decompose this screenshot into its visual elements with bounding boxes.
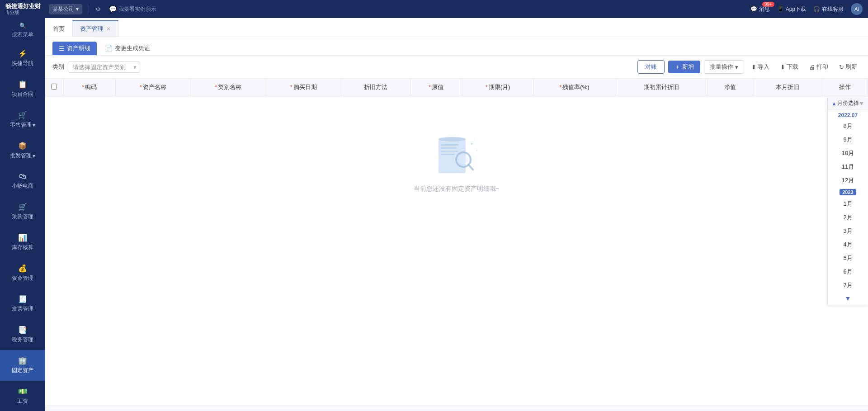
svg-point-7 — [458, 155, 468, 165]
month-panel-up-icon[interactable]: ▲ — [831, 100, 837, 107]
svg-text:✦: ✦ — [476, 149, 478, 152]
fixed-assets-icon: 🏢 — [18, 356, 27, 365]
col-period: *期限(月) — [462, 79, 533, 96]
col-residual-rate: *残值率(%) — [533, 79, 615, 96]
month-panel: ▲ 月份选择 ▼ 2022.07 8月 9月 10月 11月 12月 — [827, 98, 868, 305]
lightning-icon: ⚡ — [18, 49, 27, 58]
svg-rect-1 — [441, 144, 459, 146]
ecommerce-icon: 🛍 — [19, 172, 26, 180]
tab-asset-management[interactable]: 资产管理 ✕ — [72, 20, 118, 37]
sub-tab-change-voucher[interactable]: 📄 变更生成凭证 — [99, 42, 156, 55]
month-item-11[interactable]: 11月 — [828, 160, 868, 174]
sidebar-item-project[interactable]: 📋 项目合同 — [0, 74, 45, 104]
refresh-button[interactable]: ↻ 刷新 — [835, 61, 861, 73]
month-panel-header: ▲ 月份选择 ▼ — [828, 98, 868, 109]
assets-table: *编码 *资产名称 *类别名称 *购买日期 折旧方法 *原值 *期限(月) *残… — [45, 79, 868, 229]
month-panel-bottom-down-icon[interactable]: ▼ — [845, 295, 851, 302]
batch-button[interactable]: 批量操作 ▾ — [704, 60, 744, 74]
service-icon: 🎧 — [813, 6, 820, 12]
checkbox-header[interactable] — [45, 79, 63, 96]
tax-icon: 📑 — [18, 326, 27, 334]
retail-icon: 🛒 — [18, 111, 27, 119]
sidebar-item-purchase[interactable]: 🛒 采购管理 — [0, 196, 45, 227]
sidebar: 🔍 搜索菜单 ⚡ 快捷导航 📋 项目合同 🛒 零售管理 ▾ 📦 批发管理 ▾ 🛍… — [0, 18, 45, 411]
select-all-checkbox[interactable] — [51, 84, 57, 90]
svg-text:✦: ✦ — [470, 142, 473, 146]
month-item-5[interactable]: 5月 — [828, 251, 868, 265]
sidebar-item-ecommerce[interactable]: 🛍 小畅电商 — [0, 166, 45, 196]
empty-illustration: ✦ ✦ ✦ — [429, 132, 484, 178]
month-list-2023: 1月 2月 3月 4月 5月 6月 7月 — [828, 197, 868, 292]
month-item-3[interactable]: 3月 — [828, 224, 868, 238]
year-2023-badge: 2023 — [840, 189, 856, 195]
col-monthly-depreciation: 本月折旧 — [753, 79, 822, 96]
tab-close-icon[interactable]: ✕ — [106, 26, 111, 32]
table-header-row: *编码 *资产名称 *类别名称 *购买日期 折旧方法 *原值 *期限(月) *残… — [45, 79, 868, 96]
month-item-7[interactable]: 7月 — [828, 279, 868, 292]
month-item-8[interactable]: 8月 — [828, 119, 868, 133]
app-download-btn[interactable]: 📱 App下载 — [777, 5, 806, 13]
sidebar-item-inventory[interactable]: 📊 库存核算 — [0, 227, 45, 258]
company-selector[interactable]: 某某公司 ▾ — [49, 4, 82, 14]
month-item-10[interactable]: 10月 — [828, 146, 868, 160]
main-layout: 🔍 搜索菜单 ⚡ 快捷导航 📋 项目合同 🛒 零售管理 ▾ 📦 批发管理 ▾ 🛍… — [0, 18, 868, 411]
month-item-6[interactable]: 6月 — [828, 265, 868, 279]
arrow-icon: ▾ — [33, 122, 35, 128]
bottom-scroll-bar[interactable] — [45, 406, 868, 411]
gear-icon[interactable]: ⚙ — [95, 6, 101, 13]
import-icon: ⬆ — [751, 64, 756, 71]
month-item-9[interactable]: 9月 — [828, 133, 868, 146]
sidebar-item-salary[interactable]: 💵 工资 — [0, 381, 45, 411]
match-button[interactable]: 对账 — [637, 60, 665, 74]
content-wrapper: *编码 *资产名称 *类别名称 *购买日期 折旧方法 *原值 *期限(月) *残… — [45, 79, 868, 411]
sidebar-item-retail[interactable]: 🛒 零售管理 ▾ — [0, 104, 45, 135]
svg-rect-4 — [441, 154, 454, 155]
finance-icon: 💰 — [18, 264, 27, 273]
sidebar-item-tax[interactable]: 📑 税务管理 — [0, 319, 45, 350]
category-select[interactable]: 请选择固定资产类别 — [68, 61, 140, 73]
svg-text:✦: ✦ — [473, 138, 475, 141]
col-depreciation-method: 折旧方法 — [341, 79, 410, 96]
online-service-btn[interactable]: 🎧 在线客服 — [813, 5, 844, 13]
download-icon2: ⬇ — [780, 64, 785, 71]
download-button[interactable]: ⬇ 下载 — [777, 61, 802, 73]
toolbar: 类别 请选择固定资产类别 ▾ 对账 ＋ 新增 批量操作 ▾ ⬆ — [45, 56, 868, 79]
message-btn[interactable]: 💬 消息 99+ — [750, 5, 770, 13]
filter-label: 类别 — [52, 63, 64, 71]
month-item-4[interactable]: 4月 — [828, 238, 868, 251]
demo-link[interactable]: 💬 我要看实例演示 — [109, 5, 156, 13]
add-button[interactable]: ＋ 新增 — [668, 61, 700, 73]
sidebar-item-wholesale[interactable]: 📦 批发管理 ▾ — [0, 135, 45, 166]
category-filter[interactable]: 请选择固定资产类别 ▾ — [68, 61, 140, 73]
empty-state: ✦ ✦ ✦ 当前您还没有固定资产明细哦~ — [45, 96, 868, 229]
month-panel-title: 月份选择 — [837, 99, 859, 107]
avatar[interactable]: Ai — [851, 3, 863, 15]
import-button[interactable]: ⬆ 导入 — [748, 61, 773, 73]
salary-icon: 💵 — [18, 387, 27, 396]
wholesale-icon: 📦 — [18, 142, 27, 150]
sidebar-item-quick-nav[interactable]: ⚡ 快捷导航 — [0, 43, 45, 74]
top-bar-right: 💬 消息 99+ 📱 App下载 🎧 在线客服 Ai — [750, 3, 863, 15]
page-content: ☰ 资产明细 📄 变更生成凭证 类别 请选择固定资产类别 ▾ 对账 — [45, 37, 868, 411]
empty-text: 当前您还没有固定资产明细哦~ — [414, 185, 500, 193]
sidebar-item-invoice[interactable]: 🧾 发票管理 — [0, 288, 45, 319]
doc-icon: 📄 — [105, 45, 113, 52]
tab-home[interactable]: 首页 — [45, 20, 72, 37]
month-item-12[interactable]: 12月 — [828, 174, 868, 187]
month-panel-down-icon[interactable]: ▼ — [859, 100, 864, 107]
sub-tab-asset-detail[interactable]: ☰ 资产明细 — [52, 42, 97, 55]
month-item-1[interactable]: 1月 — [828, 197, 868, 211]
col-name: *资产名称 — [115, 79, 191, 96]
print-icon: 🖨 — [809, 64, 815, 71]
sidebar-item-finance[interactable]: 💰 资金管理 — [0, 258, 45, 288]
col-net-value: 净值 — [708, 79, 753, 96]
svg-line-8 — [468, 165, 473, 170]
month-item-2[interactable]: 2月 — [828, 211, 868, 224]
svg-rect-2 — [441, 147, 457, 149]
sidebar-item-fixed-assets[interactable]: 🏢 固定资产 — [0, 350, 45, 381]
print-button[interactable]: 🖨 打印 — [806, 61, 832, 73]
content-area: 首页 资产管理 ✕ ☰ 资产明细 📄 变更生成凭证 — [45, 18, 868, 411]
inventory-icon: 📊 — [18, 233, 27, 242]
sidebar-item-search[interactable]: 🔍 搜索菜单 — [0, 18, 45, 43]
table-area[interactable]: *编码 *资产名称 *类别名称 *购买日期 折旧方法 *原值 *期限(月) *残… — [45, 79, 868, 406]
